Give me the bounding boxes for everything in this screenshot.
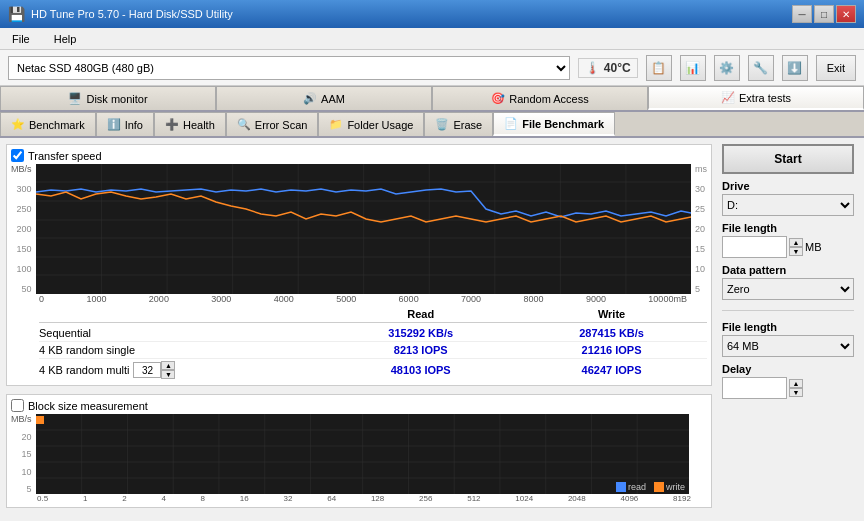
tab-disk-monitor[interactable]: 🖥️ Disk monitor xyxy=(0,86,216,110)
extra-tests-icon: 📈 xyxy=(721,91,735,104)
tab-erase[interactable]: 🗑️ Erase xyxy=(424,112,493,136)
write-legend-color xyxy=(654,482,664,492)
tab-aam[interactable]: 🔊 AAM xyxy=(216,86,432,110)
close-button[interactable]: ✕ xyxy=(836,5,856,23)
tab-benchmark[interactable]: ⭐ Benchmark xyxy=(0,112,96,136)
menubar: File Help xyxy=(0,28,864,50)
thread-count-down[interactable]: ▼ xyxy=(161,370,175,379)
transfer-speed-label: Transfer speed xyxy=(28,150,102,162)
tab-folder-usage[interactable]: 📁 Folder Usage xyxy=(318,112,424,136)
start-button[interactable]: Start xyxy=(722,144,854,174)
drive-dropdown[interactable]: C:D:E: xyxy=(722,194,854,216)
erase-icon: 🗑️ xyxy=(435,118,449,131)
file-length-spinners: ▲ ▼ xyxy=(789,238,803,256)
file-length-up[interactable]: ▲ xyxy=(789,238,803,247)
svg-rect-34 xyxy=(36,416,44,424)
tab-error-scan[interactable]: 🔍 Error Scan xyxy=(226,112,319,136)
drive-row: Netac SSD 480GB (480 gB) 🌡️ 40°C 📋 📊 ⚙️ … xyxy=(0,50,864,86)
delay-input-row: 0 ▲ ▼ xyxy=(722,377,854,399)
file-menu[interactable]: File xyxy=(8,32,34,46)
thread-count-field[interactable]: 32 xyxy=(133,362,161,378)
tab-random-access[interactable]: 🎯 Random Access xyxy=(432,86,648,110)
error-scan-icon: 🔍 xyxy=(237,118,251,131)
delay-up[interactable]: ▲ xyxy=(789,379,803,388)
random-multi-read: 48103 IOPS xyxy=(325,364,516,376)
tab-info[interactable]: ℹ️ Info xyxy=(96,112,154,136)
data-pattern-dropdown[interactable]: ZeroRandom0xFF xyxy=(722,278,854,300)
svg-text:write: write xyxy=(688,416,689,426)
file-length-label: File length xyxy=(722,222,854,234)
write-legend-label: write xyxy=(666,482,685,492)
ms-label: ms xyxy=(695,164,707,174)
delay-down[interactable]: ▼ xyxy=(789,388,803,397)
toolbar-btn-4[interactable]: 🔧 xyxy=(748,55,774,81)
tab-extra-tests[interactable]: 📈 Extra tests xyxy=(648,86,864,110)
drive-section: Drive C:D:E: xyxy=(722,180,854,216)
sequential-write: 287415 KB/s xyxy=(516,327,707,339)
delay-section: Delay 0 ▲ ▼ xyxy=(722,363,854,399)
aam-icon: 🔊 xyxy=(303,92,317,105)
toolbar-btn-5[interactable]: ⬇️ xyxy=(782,55,808,81)
transfer-speed-checkbox[interactable] xyxy=(11,149,24,162)
temperature-value: 40°C xyxy=(604,61,631,75)
titlebar: 💾 HD Tune Pro 5.70 - Hard Disk/SSD Utili… xyxy=(0,0,864,28)
minimize-button[interactable]: ─ xyxy=(792,5,812,23)
sequential-read: 315292 KB/s xyxy=(325,327,516,339)
toolbar-btn-1[interactable]: 📋 xyxy=(646,55,672,81)
delay-spinners: ▲ ▼ xyxy=(789,379,803,397)
drive-section-label: Drive xyxy=(722,180,854,192)
random-multi-write: 46247 IOPS xyxy=(516,364,707,376)
data-pattern-label: Data pattern xyxy=(722,264,854,276)
file-length-section: File length 10000 ▲ ▼ MB xyxy=(722,222,854,258)
random-single-write: 21216 IOPS xyxy=(516,344,707,356)
block-size-chart: read write xyxy=(36,414,689,494)
help-menu[interactable]: Help xyxy=(50,32,81,46)
transfer-chart xyxy=(36,164,691,294)
health-icon: ➕ xyxy=(165,118,179,131)
random-multi-label: 4 KB random multi xyxy=(39,364,129,376)
file-length2-label: File length xyxy=(722,321,854,333)
tab-file-benchmark[interactable]: 📄 File Benchmark xyxy=(493,112,615,136)
file-length2-dropdown[interactable]: 64 MB128 MB256 MB xyxy=(722,335,854,357)
temperature-badge: 🌡️ 40°C xyxy=(578,58,638,78)
left-panel: Transfer speed MB/s 300 250 200 150 100 … xyxy=(6,144,712,515)
random-single-label: 4 KB random single xyxy=(39,344,325,356)
exit-button[interactable]: Exit xyxy=(816,55,856,81)
benchmark-icon: ⭐ xyxy=(11,118,25,131)
file-benchmark-icon: 📄 xyxy=(504,117,518,130)
block-size-checkbox[interactable] xyxy=(11,399,24,412)
titlebar-title: HD Tune Pro 5.70 - Hard Disk/SSD Utility xyxy=(31,8,233,20)
transfer-section: Transfer speed MB/s 300 250 200 150 100 … xyxy=(6,144,712,386)
col-write: Write xyxy=(516,308,707,320)
tab-health[interactable]: ➕ Health xyxy=(154,112,226,136)
thread-count-input[interactable]: 32 ▲ ▼ xyxy=(133,361,175,379)
delay-input[interactable]: 0 xyxy=(722,377,787,399)
file-length-input-row: 10000 ▲ ▼ MB xyxy=(722,236,854,258)
file-length-down[interactable]: ▼ xyxy=(789,247,803,256)
toolbar-btn-2[interactable]: 📊 xyxy=(680,55,706,81)
random-single-read: 8213 IOPS xyxy=(325,344,516,356)
delay-label: Delay xyxy=(722,363,854,375)
drive-select[interactable]: Netac SSD 480GB (480 gB) xyxy=(8,56,570,80)
divider xyxy=(722,310,854,311)
toolbar-btn-3[interactable]: ⚙️ xyxy=(714,55,740,81)
info-icon: ℹ️ xyxy=(107,118,121,131)
read-legend-color xyxy=(616,482,626,492)
file-length2-section: File length 64 MB128 MB256 MB xyxy=(722,321,854,357)
right-panel: Start Drive C:D:E: File length 10000 ▲ ▼… xyxy=(718,144,858,515)
transfer-header: Transfer speed xyxy=(11,149,707,162)
bottom-tabs: ⭐ Benchmark ℹ️ Info ➕ Health 🔍 Error Sca… xyxy=(0,112,864,138)
thread-count-up[interactable]: ▲ xyxy=(161,361,175,370)
folder-usage-icon: 📁 xyxy=(329,118,343,131)
top-tabs: 🖥️ Disk monitor 🔊 AAM 🎯 Random Access 📈 … xyxy=(0,86,864,112)
block-size-section: Block size measurement MB/s 20 15 10 5 xyxy=(6,394,712,508)
sequential-label: Sequential xyxy=(39,327,325,339)
file-length-input[interactable]: 10000 xyxy=(722,236,787,258)
file-length-unit: MB xyxy=(805,241,822,253)
data-pattern-section: Data pattern ZeroRandom0xFF xyxy=(722,264,854,300)
disk-monitor-icon: 🖥️ xyxy=(68,92,82,105)
read-legend-label: read xyxy=(628,482,646,492)
maximize-button[interactable]: □ xyxy=(814,5,834,23)
window-controls: ─ □ ✕ xyxy=(792,5,856,23)
col-read: Read xyxy=(325,308,516,320)
